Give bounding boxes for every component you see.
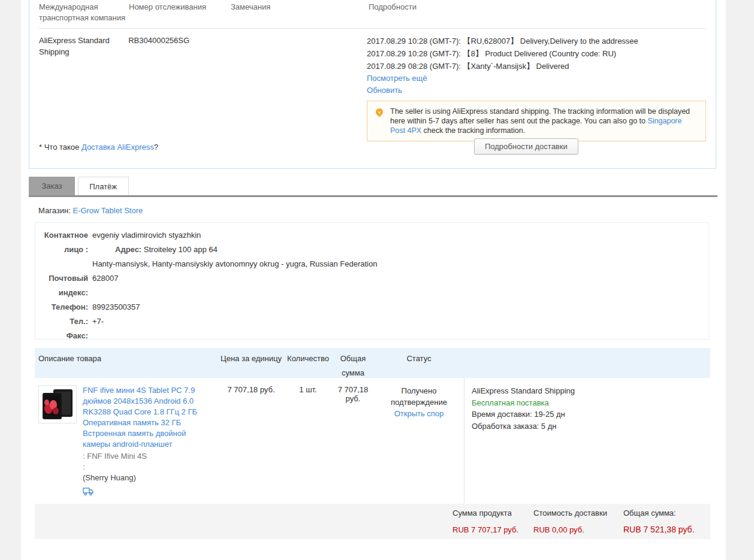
fax-label: Факс: bbox=[40, 329, 88, 343]
page-background-right bbox=[726, 0, 754, 560]
header-total: Общая сумма bbox=[332, 352, 374, 378]
shipping-notice-box: The seller is using AliExpress standard … bbox=[367, 101, 706, 141]
phone-label: Телефон: bbox=[40, 300, 88, 314]
contact-info-box: Контактное лицо : evgeniy vladimirovich … bbox=[35, 222, 709, 340]
seller-name: (Sherry Huang) bbox=[83, 473, 213, 483]
grand-total-block: Общая сумма: RUB 7 521,38 руб. bbox=[623, 508, 695, 534]
product-colon: : bbox=[83, 462, 213, 473]
item-description-text: FNF ifive мини 4S Tablet PC 7.9 дюймов 2… bbox=[83, 385, 213, 499]
contact-row: Контактное лицо : evgeniy vladimirovich … bbox=[40, 228, 708, 271]
processing-time: Обработка заказа: 5 дн bbox=[472, 420, 710, 432]
store-line: Магазин: E-Grow Tablet Store bbox=[38, 206, 143, 215]
address-line: Адрес: Stroiteley 100 app 64 bbox=[92, 243, 377, 257]
tracking-table-row: AliExpress Standard Shipping RB304000256… bbox=[39, 35, 706, 141]
zip-label: Почтовый индекс: bbox=[40, 271, 88, 300]
tracking-number: RB304000256SG bbox=[128, 35, 230, 141]
tel-row: Тел.: +7- bbox=[40, 314, 708, 329]
order-item-row: FNF ifive мини 4S Tablet PC 7.9 дюймов 2… bbox=[35, 378, 710, 503]
tab-underline bbox=[29, 195, 717, 197]
tel-value: +7- bbox=[92, 314, 104, 329]
product-sum-block: Сумма продукта RUB 7 707,17 руб. bbox=[453, 508, 518, 534]
grand-total-label: Общая сумма: bbox=[623, 508, 695, 517]
tracking-event: 2017.08.29 10:28 (GMT-7): 【8】 Product De… bbox=[367, 47, 706, 60]
open-dispute-link[interactable]: Открыть спор bbox=[394, 409, 444, 418]
contact-name: evgeniy vladimirovich styazhkin bbox=[92, 228, 377, 243]
shipping-cost-value: RUB 0,00 руб. bbox=[533, 525, 607, 534]
item-description-cell: FNF ifive мини 4S Tablet PC 7.9 дюймов 2… bbox=[35, 385, 218, 503]
order-table-header: Описание товара Цена за единицу Количест… bbox=[35, 348, 710, 378]
tel-label: Тел.: bbox=[40, 314, 88, 329]
fax-row: Факс: bbox=[40, 329, 708, 343]
shipping-details-button[interactable]: Подробности доставки bbox=[474, 138, 578, 155]
header-shipping bbox=[464, 352, 710, 378]
notice-text-after: check the tracking information. bbox=[421, 126, 525, 135]
tracking-event: 2017.08.29 08:28 (GMT-7): 【Xanty`-Mansij… bbox=[367, 60, 706, 72]
refresh-link[interactable]: Обновить bbox=[367, 84, 706, 96]
carrier-name: AliExpress Standard Shipping bbox=[39, 35, 128, 141]
contact-person-label: Контактное лицо : bbox=[40, 228, 88, 271]
what-is-suffix: ? bbox=[154, 143, 158, 152]
item-total: 7 707,18 руб. bbox=[332, 385, 374, 503]
see-more-link[interactable]: Посмотреть ещё bbox=[367, 72, 706, 84]
page-background-left bbox=[0, 0, 21, 560]
store-link[interactable]: E-Grow Tablet Store bbox=[73, 206, 143, 215]
aliexpress-shipping-link[interactable]: Доставка AliExpress bbox=[82, 143, 154, 152]
address-street: Stroiteley 100 app 64 bbox=[141, 245, 217, 254]
what-is-prefix: * Что такое bbox=[39, 143, 82, 152]
what-is-shipping-line: * Что такое Доставка AliExpress? bbox=[39, 143, 158, 152]
zip-row: Почтовый индекс: 628007 bbox=[40, 271, 708, 300]
header-unit-price: Цена за единицу bbox=[218, 352, 284, 378]
header-quantity: Количество bbox=[284, 352, 332, 378]
shipping-cost-label: Стоимость доставки bbox=[533, 508, 607, 517]
notice-text-before: The seller is using AliExpress standard … bbox=[390, 107, 690, 125]
free-shipping-text: Бесплатная поставка bbox=[472, 397, 710, 409]
product-title-link[interactable]: FNF ifive мини 4S Tablet PC 7.9 дюймов 2… bbox=[83, 385, 213, 450]
col-header-carrier: Международная транспортная компания bbox=[39, 2, 129, 23]
tracking-event: 2017.08.29 10:28 (GMT-7): 【RU,628007】 De… bbox=[367, 35, 706, 47]
grand-total-value: RUB 7 521,38 руб. bbox=[623, 525, 695, 534]
phone-row: Телефон: 89923500357 bbox=[40, 300, 708, 314]
zip-value: 628007 bbox=[92, 271, 118, 300]
col-header-details: Подробности bbox=[369, 2, 706, 23]
item-quantity: 1 шт. bbox=[284, 385, 332, 503]
store-label: Магазин: bbox=[38, 206, 71, 215]
item-shipping-cell: AliExpress Standard Shipping Бесплатная … bbox=[464, 378, 710, 503]
order-totals-band: Сумма продукта RUB 7 707,17 руб. Стоимос… bbox=[35, 504, 710, 539]
product-thumbnail[interactable] bbox=[38, 385, 77, 423]
item-unit-price: 7 707,18 руб. bbox=[218, 385, 284, 503]
address-label: Адрес: bbox=[115, 245, 141, 254]
contact-person-value: evgeniy vladimirovich styazhkin Адрес: S… bbox=[92, 228, 377, 271]
order-tabs: Заказ Платёж bbox=[29, 177, 717, 197]
status-text: Получено подтверждение bbox=[374, 385, 464, 408]
col-header-remarks: Замечания bbox=[231, 2, 369, 23]
lightbulb-icon bbox=[375, 108, 384, 122]
item-status-cell: Получено подтверждение Открыть спор bbox=[374, 385, 464, 503]
tracking-table-header: Международная транспортная компания Номе… bbox=[39, 2, 706, 29]
shipping-method: AliExpress Standard Shipping bbox=[472, 385, 710, 397]
product-subtitle: : FNF Ifive Mini 4S bbox=[83, 451, 213, 462]
remarks-cell bbox=[230, 35, 367, 141]
header-status: Статус bbox=[374, 352, 464, 378]
col-header-tracking-number: Номер отслеживания bbox=[129, 2, 231, 23]
phone-value: 89923500357 bbox=[92, 300, 140, 314]
delivery-time: Время доставки: 19-25 дн bbox=[472, 408, 710, 420]
address-region: Hanty-mansiysk, Hanty-mansiyskiy avtonom… bbox=[92, 257, 377, 271]
shipping-notice-text: The seller is using AliExpress standard … bbox=[390, 107, 698, 135]
tab-order[interactable]: Заказ bbox=[29, 177, 75, 195]
product-sum-value: RUB 7 707,17 руб. bbox=[453, 525, 518, 534]
product-sum-label: Сумма продукта bbox=[453, 508, 518, 517]
shipping-cost-block: Стоимость доставки RUB 0,00 руб. bbox=[533, 508, 607, 534]
header-description: Описание товара bbox=[35, 352, 218, 378]
tracking-details-cell: 2017.08.29 10:28 (GMT-7): 【RU,628007】 De… bbox=[367, 35, 706, 141]
tab-payment[interactable]: Платёж bbox=[78, 177, 129, 195]
shipping-truck-icon[interactable] bbox=[83, 487, 94, 499]
tracking-panel: Международная транспортная компания Номе… bbox=[29, 0, 716, 169]
